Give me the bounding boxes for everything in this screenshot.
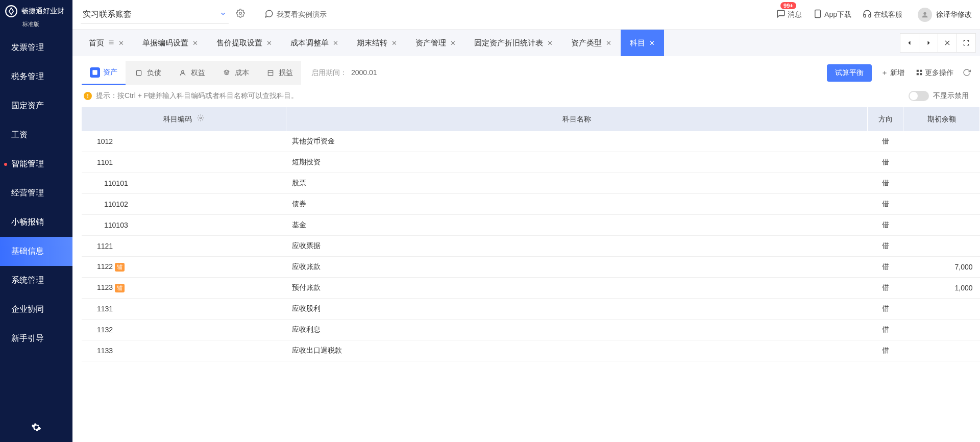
svg-rect-13 [136, 70, 141, 75]
tab-8[interactable]: 科目✕ [621, 30, 664, 56]
warning-icon: ! [84, 92, 92, 100]
close-icon[interactable]: ✕ [547, 39, 553, 47]
tab-label: 期末结转 [357, 38, 387, 48]
subtab-icon [222, 68, 232, 78]
table-row[interactable]: 1123辅预付账款借1,000 [82, 278, 980, 299]
tab-next-icon[interactable] [919, 33, 938, 53]
sidebar-item-2[interactable]: 固定资产 [0, 91, 72, 120]
name-cell: 应收票据 [286, 236, 868, 257]
more-actions-button[interactable]: 更多操作 [914, 65, 955, 81]
sidebar-item-label: 发票管理 [11, 42, 44, 53]
close-icon[interactable]: ✕ [450, 39, 456, 47]
tab-6[interactable]: 固定资产折旧统计表✕ [465, 30, 562, 56]
user-area[interactable]: 徐泽华修改 [918, 8, 972, 22]
message-action[interactable]: 99+ 消息 [776, 9, 802, 20]
close-icon[interactable]: ✕ [606, 39, 611, 47]
sidebar-item-5[interactable]: 经营管理 [0, 179, 72, 208]
sidebar-item-label: 工资 [11, 130, 28, 140]
subtab-icon [90, 67, 100, 78]
close-icon[interactable]: ✕ [266, 39, 272, 47]
tab-7[interactable]: 资产类型✕ [562, 30, 621, 56]
tab-fullscreen-icon[interactable] [957, 33, 976, 53]
tab-3[interactable]: 成本调整单✕ [281, 30, 348, 56]
toggle-label: 不显示禁用 [933, 91, 969, 101]
table-row[interactable]: 110103基金借 [82, 215, 980, 236]
subtab-3[interactable]: 成本 [213, 61, 257, 85]
svg-point-1 [239, 12, 242, 15]
code-cell: 1101 [82, 152, 286, 173]
table-row[interactable]: 1122辅应收账款借7,000 [82, 257, 980, 278]
tabsbar-controls [897, 33, 976, 53]
account-settings-icon[interactable] [236, 9, 245, 20]
subtab-1[interactable]: 负债 [126, 61, 169, 85]
th-code: 科目编码 [82, 107, 286, 131]
tab-label: 资产管理 [415, 38, 446, 48]
table-row[interactable]: 1012其他货币资金借 [82, 131, 980, 152]
close-icon[interactable]: ✕ [649, 39, 655, 47]
direction-cell: 借 [868, 152, 903, 173]
subtab-4[interactable]: 损益 [257, 61, 301, 85]
subtab-icon [134, 68, 144, 78]
sidebar-item-4[interactable]: 智能管理 [0, 150, 72, 179]
tab-close-all-icon[interactable] [938, 33, 957, 53]
account-select[interactable]: 实习联系账套 [81, 6, 229, 23]
sidebar-item-6[interactable]: 小畅报销 [0, 208, 72, 237]
tab-1[interactable]: 单据编码设置✕ [133, 30, 207, 56]
sidebar-menu: 发票管理税务管理固定资产工资智能管理经营管理小畅报销基础信息系统管理企业协同新手… [0, 33, 72, 415]
tab-0[interactable]: 首页✕ [80, 30, 133, 56]
add-label: 新增 [890, 68, 904, 78]
table-row[interactable]: 110101股票借 [82, 173, 980, 194]
sidebar-item-10[interactable]: 新手引导 [0, 324, 72, 353]
sidebar-item-0[interactable]: 发票管理 [0, 33, 72, 62]
trial-balance-button[interactable]: 试算平衡 [827, 64, 872, 82]
direction-cell: 借 [868, 299, 903, 320]
subtab-0[interactable]: 资产 [82, 61, 126, 85]
add-button[interactable]: ＋ 新增 [879, 65, 906, 81]
table-row[interactable]: 1133应收出口退税款借 [82, 340, 980, 361]
sidebar-item-3[interactable]: 工资 [0, 120, 72, 150]
app-download-action[interactable]: App下载 [813, 9, 851, 20]
table-row[interactable]: 1101短期投资借 [82, 152, 980, 173]
tab-2[interactable]: 售价提取设置✕ [207, 30, 281, 56]
sidebar-item-label: 小畅报销 [11, 217, 44, 228]
column-settings-icon[interactable] [197, 115, 204, 123]
tip-text: 提示：按Ctrl + F键并输入科目编码或者科目名称可以查找科目。 [96, 91, 298, 101]
table-row[interactable]: 1121应收票据借 [82, 236, 980, 257]
balance-cell [903, 152, 980, 173]
close-icon[interactable]: ✕ [391, 39, 397, 47]
aux-tag: 辅 [115, 284, 125, 292]
avatar-icon [918, 8, 932, 22]
close-icon[interactable]: ✕ [333, 39, 338, 47]
close-icon[interactable]: ✕ [192, 39, 198, 47]
sidebar-item-1[interactable]: 税务管理 [0, 62, 72, 91]
service-action[interactable]: 在线客服 [863, 9, 902, 20]
table-wrap[interactable]: 科目编码 科目名称 方向 期初余额 1012其他货币资金借1101短期投资借11… [72, 107, 980, 442]
sidebar-item-label: 税务管理 [11, 71, 44, 82]
table-row[interactable]: 110102债券借 [82, 194, 980, 215]
demo-link[interactable]: 我要看实例演示 [264, 9, 327, 20]
hide-disabled-toggle[interactable] [909, 91, 929, 101]
tab-prev-icon[interactable] [900, 33, 919, 53]
th-direction: 方向 [868, 107, 903, 131]
svg-point-21 [200, 117, 202, 119]
name-cell: 预付账款 [286, 278, 868, 299]
sidebar-item-7[interactable]: 基础信息 [0, 237, 72, 266]
subtab-2[interactable]: 权益 [169, 61, 213, 85]
settings-gear-icon[interactable] [31, 424, 41, 434]
sidebar-item-9[interactable]: 企业协同 [0, 295, 72, 324]
tip-row: ! 提示：按Ctrl + F键并输入科目编码或者科目名称可以查找科目。 不显示禁… [72, 85, 980, 107]
message-badge: 99+ [780, 2, 796, 9]
close-icon[interactable]: ✕ [118, 39, 124, 47]
tab-5[interactable]: 资产管理✕ [406, 30, 465, 56]
toggle-area: 不显示禁用 [909, 91, 969, 101]
sidebar-item-8[interactable]: 系统管理 [0, 266, 72, 295]
direction-cell: 借 [868, 194, 903, 215]
tab-4[interactable]: 期末结转✕ [348, 30, 406, 56]
sidebar-item-label: 企业协同 [11, 304, 44, 315]
table-row[interactable]: 1132应收利息借 [82, 320, 980, 340]
table-row[interactable]: 1131应收股利借 [82, 299, 980, 320]
refresh-icon[interactable] [963, 68, 971, 78]
svg-rect-19 [917, 73, 919, 75]
accounts-table: 科目编码 科目名称 方向 期初余额 1012其他货币资金借1101短期投资借11… [82, 107, 980, 361]
subtab-icon [265, 68, 276, 78]
